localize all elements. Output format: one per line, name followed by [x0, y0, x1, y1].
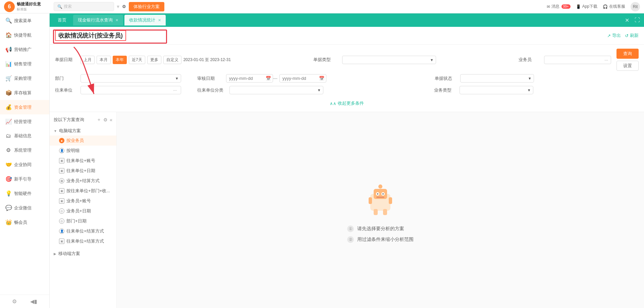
salesperson-select[interactable]: ···: [544, 56, 611, 64]
tab-collection-stats[interactable]: 收款情况统计 ✕: [124, 15, 166, 25]
scheme-icon-square2: ▣: [59, 168, 64, 173]
search-icon: 🔍: [57, 4, 62, 9]
scheme-item-partner-settlement2[interactable]: ▣ 往来单位+结算方式: [50, 236, 116, 246]
tab-home[interactable]: 首页: [52, 13, 72, 27]
add-scheme-btn[interactable]: ＋: [97, 117, 101, 123]
filter-row-dept: 部门 ▾ 审核日期 📅 — 📅 单据状态 ▾: [55, 74, 639, 83]
scheme-header-label: 按以下方案查询: [54, 117, 84, 123]
collab-icon: 🤝: [5, 161, 11, 168]
scheme-item-partner-dept[interactable]: ▣ 按往来单位+部门+收...: [50, 186, 116, 196]
scheme-item-partner-date[interactable]: ▣ 往来单位+日期: [50, 166, 116, 176]
tab-bank-flow[interactable]: 现金银行流水查询 ✕: [73, 15, 123, 25]
tab-close-1[interactable]: ✕: [115, 18, 118, 22]
export-btn[interactable]: ↗ 导出: [607, 33, 621, 39]
dept-select[interactable]: ▾: [80, 74, 181, 83]
calendar-icon-start: 📅: [266, 76, 271, 81]
sidebar-item-hardware[interactable]: 💡 智能硬件: [0, 186, 49, 201]
query-btn[interactable]: 查询: [616, 49, 639, 59]
scheme-icon-bar: ▦: [59, 178, 64, 184]
sidebar-item-system[interactable]: ⚙ 系统管理: [0, 143, 49, 157]
scheme-item-dept-date[interactable]: ◎ 部门+日期: [50, 216, 116, 226]
collapse-label: 收起更多条件: [338, 100, 364, 106]
top-search-box[interactable]: 🔍 搜索: [54, 2, 114, 11]
scheme-group-desktop-title[interactable]: ▼ 电脑端方案: [50, 126, 116, 136]
sidebar-item-weixin[interactable]: 💬 企业微信: [0, 201, 49, 215]
scheme-item-partner-account[interactable]: ▣ 往来单位+账号: [50, 156, 116, 166]
empty-illustration: [360, 177, 400, 217]
export-icon: ↗: [607, 33, 611, 38]
tab-close-window-btn[interactable]: ✕: [624, 16, 631, 25]
scheme-group-mobile-title[interactable]: ▶ 移动端方案: [50, 249, 116, 258]
sidebar-label-marketing: 营销推广: [14, 47, 32, 53]
more-icon: ···: [604, 57, 608, 62]
app-edition: 标准版: [17, 7, 41, 12]
scheme-item-partner-settlement1[interactable]: 👤 往来单位+结算方式: [50, 226, 116, 236]
settings-icon[interactable]: ⚙: [122, 4, 126, 9]
date-btn-this-month[interactable]: 本月: [97, 56, 111, 64]
tab-close-2[interactable]: ✕: [158, 18, 161, 22]
sidebar-item-purchase[interactable]: 🛒 采购管理: [0, 71, 49, 86]
scheme-icon-square1: ▣: [59, 158, 64, 163]
more-dots-icon[interactable]: ···: [172, 88, 178, 93]
scheme-item-salesperson-settlement[interactable]: ▦ 业务员+结算方式: [50, 176, 116, 186]
sidebar-collapse-icon[interactable]: ◀▮: [30, 298, 37, 305]
date-btn-custom[interactable]: 自定义: [163, 56, 181, 64]
sidebar-item-search[interactable]: 🔍 搜索菜单: [0, 13, 49, 28]
partner-cat-select[interactable]: ▾: [229, 86, 323, 94]
empty-steps: ① 请先选择要分析的方案 ② 用过滤条件来缩小分析范围: [347, 225, 414, 243]
system-icon: ⚙: [5, 147, 11, 153]
partner-cat-label: 往来单位分类: [197, 87, 224, 93]
collapse-scheme-btn[interactable]: «: [110, 117, 112, 122]
date-btn-this-year[interactable]: 本年: [113, 56, 127, 64]
settings-scheme-btn[interactable]: ⚙: [103, 117, 108, 122]
date-btn-7days[interactable]: 近7天: [129, 56, 145, 64]
biz-type-select[interactable]: ▾: [460, 86, 533, 94]
scheme-item-by-salesperson[interactable]: ● 按业务员: [50, 136, 116, 146]
scheme-icon-square5: ▣: [59, 239, 64, 244]
chevron-down-icon-partner-cat: ▾: [318, 88, 320, 93]
svg-rect-8: [389, 197, 392, 204]
tab-maximize-btn[interactable]: ⛶: [633, 16, 641, 24]
search-icon: 🔍: [5, 17, 11, 24]
sidebar-item-nav[interactable]: 🏠 快捷导航: [0, 28, 49, 42]
step-num-2: ②: [347, 236, 354, 243]
doc-type-select[interactable]: ▾: [342, 56, 436, 64]
sidebar-item-member[interactable]: 👑 畅会员: [0, 215, 49, 229]
date-btn-last-month[interactable]: 上月: [80, 56, 95, 64]
doc-status-select[interactable]: ▾: [460, 74, 534, 83]
right-content: ① 请先选择要分析的方案 ② 用过滤条件来缩小分析范围: [117, 112, 644, 308]
sidebar-bottom: ⚙ ◀▮: [0, 295, 49, 308]
sidebar-item-finance[interactable]: 💰 资金管理: [0, 100, 49, 114]
sidebar-settings-icon[interactable]: ⚙: [12, 298, 17, 305]
scheme-item-salesperson-account[interactable]: ▣ 业务员+账号: [50, 196, 116, 206]
app-download-btn[interactable]: 📱 App下载: [576, 4, 597, 9]
sidebar-item-sales[interactable]: 📊 销售管理: [0, 57, 49, 71]
sidebar-item-collab[interactable]: 🤝 企业协同: [0, 157, 49, 172]
sidebar-item-inventory[interactable]: 📦 库存核算: [0, 86, 49, 100]
messages-btn[interactable]: ✉ 消息 99+: [547, 4, 571, 9]
partner-select[interactable]: ···: [80, 86, 181, 94]
online-service-btn[interactable]: 🎧 在线客服: [603, 4, 625, 9]
setting-btn[interactable]: 设置: [616, 61, 639, 71]
filter-row-date: 单据日期 上月 本月 本年 近7天 更多 自定义 2023-01-01 至 20…: [55, 49, 639, 71]
headset-icon: 🎧: [603, 4, 608, 9]
sidebar-item-marketing[interactable]: 📢 营销推广: [0, 42, 49, 57]
sidebar-item-basic[interactable]: 🗂 基础信息: [0, 129, 49, 143]
arrow-down-icon: ▼: [54, 129, 57, 133]
salesperson-label: 业务员: [519, 57, 539, 63]
sidebar-item-operation[interactable]: 📈 经营管理: [0, 114, 49, 129]
dropdown-icon[interactable]: ▾: [117, 3, 119, 10]
refresh-btn[interactable]: ↺ 刷新: [625, 33, 639, 39]
scheme-item-salesperson-date[interactable]: ◎ 业务员+日期: [50, 206, 116, 216]
trial-button[interactable]: 体验行业方案: [129, 2, 164, 11]
partner-label: 往来单位: [55, 87, 75, 93]
scheme-item-detail[interactable]: 👤 按明细: [50, 146, 116, 156]
sidebar-item-guide[interactable]: 🎯 新手引导: [0, 172, 49, 186]
tab-bar-right: ✕ ⛶: [624, 16, 641, 25]
avatar[interactable]: Rit: [631, 2, 640, 11]
date-btn-more[interactable]: 更多: [147, 56, 161, 64]
sidebar-label-member: 畅会员: [14, 219, 27, 225]
collapse-row[interactable]: ∧∧ 收起更多条件: [55, 98, 639, 108]
sidebar-label-purchase: 采购管理: [14, 75, 32, 82]
filter-panel: 单据日期 上月 本月 本年 近7天 更多 自定义 2023-01-01 至 20…: [50, 45, 644, 112]
